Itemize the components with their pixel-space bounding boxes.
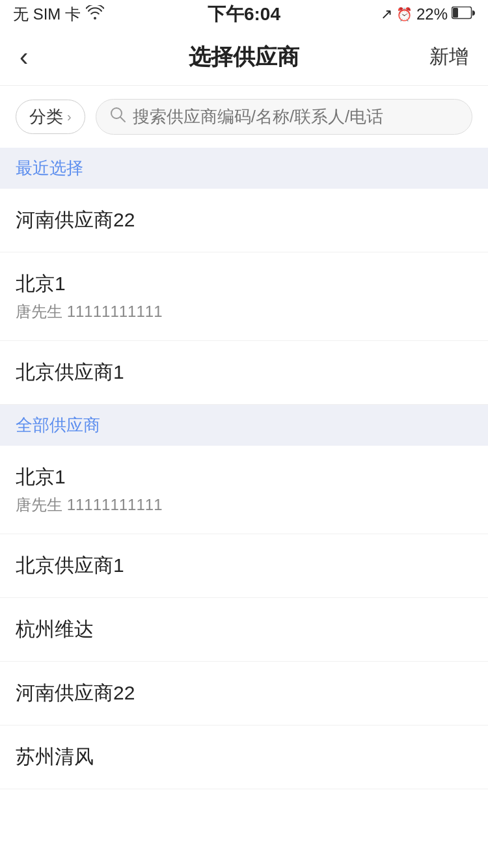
search-icon — [109, 106, 126, 128]
location-icon: ↗ — [381, 6, 392, 23]
list-item[interactable]: 北京供应商1 — [0, 341, 488, 405]
recent-items-list: 河南供应商22 北京1 唐先生 11111111111 北京供应商1 — [0, 189, 488, 405]
list-item[interactable]: 河南供应商22 — [0, 662, 488, 726]
item-name: 河南供应商22 — [16, 207, 472, 234]
category-filter[interactable]: 分类 › — [16, 100, 85, 134]
list-item[interactable]: 苏州清风 — [0, 726, 488, 789]
all-section-label: 全部供应商 — [16, 415, 100, 435]
filter-bar: 分类 › — [0, 86, 488, 148]
item-name: 北京1 — [16, 271, 472, 297]
item-name: 苏州清风 — [16, 744, 472, 770]
list-item[interactable]: 北京1 唐先生 11111111111 — [0, 446, 488, 534]
item-name: 北京供应商1 — [16, 552, 472, 579]
alarm-icon: ⏰ — [396, 7, 413, 22]
list-item[interactable]: 北京供应商1 — [0, 534, 488, 598]
status-bar-left: 无 SIM 卡 — [13, 4, 104, 25]
search-box[interactable] — [96, 99, 472, 135]
svg-rect-1 — [453, 8, 458, 18]
search-input[interactable] — [133, 107, 459, 127]
no-sim-text: 无 SIM 卡 — [13, 4, 81, 25]
all-section-header: 全部供应商 — [0, 405, 488, 446]
battery-icon — [452, 5, 475, 23]
list-item[interactable]: 北京1 唐先生 11111111111 — [0, 252, 488, 341]
svg-line-3 — [120, 117, 125, 122]
list-item[interactable]: 杭州维达 — [0, 598, 488, 662]
status-bar: 无 SIM 卡 下午6:04 ↗ ⏰ 22% — [0, 0, 488, 29]
item-name: 北京1 — [16, 464, 472, 491]
status-bar-right: ↗ ⏰ 22% — [381, 5, 475, 23]
item-sub: 唐先生 11111111111 — [16, 301, 472, 322]
add-button[interactable]: 新增 — [429, 44, 468, 70]
all-items-list: 北京1 唐先生 11111111111 北京供应商1 杭州维达 河南供应商22 … — [0, 446, 488, 789]
item-name: 杭州维达 — [16, 616, 472, 643]
status-bar-time: 下午6:04 — [208, 2, 280, 27]
back-button[interactable]: ‹ — [20, 42, 59, 72]
page-title: 选择供应商 — [189, 42, 299, 72]
category-label: 分类 — [29, 105, 63, 128]
item-name: 北京供应商1 — [16, 359, 472, 386]
list-item[interactable]: 河南供应商22 — [0, 189, 488, 252]
battery-percent: 22% — [416, 5, 448, 23]
wifi-icon — [86, 5, 104, 23]
recent-section-header: 最近选择 — [0, 148, 488, 189]
recent-section-label: 最近选择 — [16, 158, 83, 178]
chevron-right-icon: › — [67, 109, 72, 124]
item-sub: 唐先生 11111111111 — [16, 495, 472, 515]
item-name: 河南供应商22 — [16, 680, 472, 707]
nav-bar: ‹ 选择供应商 新增 — [0, 29, 488, 86]
